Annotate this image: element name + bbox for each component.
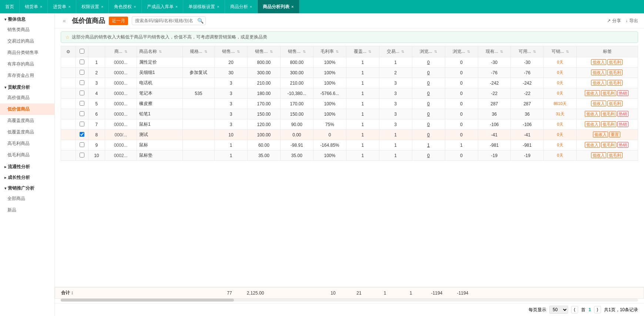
nav-analysis[interactable]: 商品分析 × (225, 0, 258, 13)
nav-home[interactable]: 首页 (0, 0, 20, 13)
export-button[interactable]: ↓ 导出 (625, 18, 638, 24)
th-check[interactable] (76, 46, 88, 57)
th-sale3[interactable]: 销售... ⇅ (280, 46, 313, 57)
th-sale2[interactable]: 销售... ⇅ (247, 46, 280, 57)
th-usable[interactable]: 可用... ⇅ (511, 46, 544, 57)
sidebar-group-overview[interactable]: ▾ 整体信息 (0, 13, 54, 24)
td-num: 1 (88, 57, 105, 68)
page-size-select[interactable]: 50 100 200 (549, 306, 568, 314)
td-view1[interactable]: 0 (412, 68, 445, 78)
sidebar-item-stock-products[interactable]: 有库存的商品 (0, 58, 54, 70)
next-page-btn[interactable]: ⟩ (594, 306, 601, 313)
sidebar-item-low-value[interactable]: 低价值商品 (0, 103, 54, 115)
sidebar-item-high-value[interactable]: 高价值商品 (0, 92, 54, 103)
nav-permission[interactable]: 权限设置 × (76, 0, 109, 13)
th-spec[interactable]: 规格... ⇅ (182, 46, 214, 57)
nav-analysis-list-close[interactable]: × (291, 4, 294, 9)
td-view1[interactable]: 0 (412, 109, 445, 119)
td-sale3: 170.00 (280, 99, 313, 109)
th-salable[interactable]: 可销... ⇅ (544, 46, 577, 57)
share-button[interactable]: ↗ 分享 (607, 18, 621, 24)
th-view2[interactable]: 浏览... ⇅ (445, 46, 478, 57)
row-checkbox[interactable] (80, 142, 84, 147)
nav-role-close[interactable]: × (134, 4, 136, 9)
td-view1[interactable]: 1 (412, 140, 445, 150)
th-gear[interactable]: ⚙ (61, 46, 76, 57)
td-view1[interactable]: 0 (412, 57, 445, 68)
row-checkbox[interactable] (80, 132, 84, 137)
td-spec (182, 99, 214, 109)
td-check[interactable] (76, 140, 88, 150)
sidebar-item-high-coverage[interactable]: 高覆盖度商品 (0, 115, 54, 126)
td-view1[interactable]: 0 (412, 88, 445, 99)
row-checkbox[interactable] (80, 70, 84, 75)
row-checkbox[interactable] (80, 91, 84, 95)
sidebar-group-flow[interactable]: ▸ 流通性分析 (0, 161, 54, 171)
th-trade[interactable]: 交易... ⇅ (379, 46, 412, 57)
nav-warehouse[interactable]: 产成品入库单 × (142, 0, 183, 13)
footer-tag (502, 290, 527, 296)
nav-permission-close[interactable]: × (101, 4, 103, 9)
th-current[interactable]: 现有... ⇅ (478, 46, 511, 57)
sidebar-group-marketing[interactable]: ▾ 营销推广分析 (0, 182, 54, 193)
h-scrollbar[interactable] (61, 299, 638, 302)
sidebar-item-stock-funds[interactable]: 库存资金占用 (0, 70, 54, 81)
th-name[interactable]: 商品名称 ⇅ (137, 46, 183, 57)
td-check[interactable] (76, 109, 88, 119)
nav-purchase[interactable]: 进货单 × (48, 0, 76, 13)
row-checkbox[interactable] (80, 101, 84, 106)
td-check[interactable] (76, 99, 88, 109)
sidebar-item-traded[interactable]: 交易过的商品 (0, 35, 54, 47)
td-check[interactable] (76, 119, 88, 130)
row-checkbox[interactable] (80, 153, 84, 157)
row-checkbox[interactable] (80, 122, 84, 126)
row-checkbox[interactable] (80, 111, 84, 116)
first-page-btn[interactable]: ⟨ (571, 306, 578, 313)
nav-sales-close[interactable]: × (40, 4, 42, 9)
sidebar-item-all-products[interactable]: 全部商品 (0, 193, 54, 204)
nav-purchase-close[interactable]: × (68, 4, 70, 9)
search-icon[interactable]: 🔍 (197, 18, 204, 24)
sidebar-item-low-margin[interactable]: 低毛利商品 (0, 149, 54, 161)
sidebar-group-growth[interactable]: ▸ 成长性分析 (0, 171, 54, 182)
td-view1[interactable]: 0 (412, 99, 445, 109)
td-check[interactable] (76, 78, 88, 88)
td-view1[interactable]: 0 (412, 78, 445, 88)
sidebar-item-high-margin[interactable]: 高毛利商品 (0, 138, 54, 149)
row-checkbox[interactable] (80, 60, 84, 64)
search-input[interactable] (132, 16, 206, 25)
nav-template[interactable]: 单据模板设置 × (183, 0, 225, 13)
nav-analysis-close[interactable]: × (250, 4, 252, 9)
td-check[interactable] (76, 57, 88, 68)
td-check[interactable] (76, 130, 88, 140)
th-sale1[interactable]: 销售... ⇅ (215, 46, 248, 57)
td-view1[interactable]: 0 (412, 130, 445, 140)
sidebar-collapse-btn[interactable]: « (61, 18, 68, 24)
td-check[interactable] (76, 150, 88, 161)
td-check[interactable] (76, 68, 88, 78)
td-view1[interactable]: 0 (412, 119, 445, 130)
th-code[interactable]: 商... ⇅ (105, 46, 137, 57)
nav-sales[interactable]: 销货单 × (20, 0, 48, 13)
sidebar-item-category-rate[interactable]: 商品分类销售率 (0, 47, 54, 58)
select-all-checkbox[interactable] (80, 49, 84, 54)
sidebar-item-sales-products[interactable]: 销售类商品 (0, 24, 54, 35)
nav-template-close[interactable]: × (217, 4, 219, 9)
filter-recent-month[interactable]: 近一月 (109, 17, 128, 25)
row-checkbox[interactable] (80, 80, 84, 85)
sidebar-item-low-coverage[interactable]: 低覆盖度商品 (0, 126, 54, 138)
nav-analysis-list[interactable]: 商品分析列表 × (258, 0, 299, 13)
arrow-icon4: ▸ (4, 176, 6, 180)
sidebar-group-contribution[interactable]: ▾ 贡献度分析 (0, 81, 54, 92)
sidebar-item-new-products[interactable]: 新品 (0, 204, 54, 216)
th-view1[interactable]: 浏览... ⇅ (412, 46, 445, 57)
td-tag: 低收入重置 (577, 130, 638, 140)
td-num: 5 (88, 99, 105, 109)
th-cover[interactable]: 覆盖... ⇅ (346, 46, 379, 57)
scrollbar-thumb[interactable] (61, 299, 234, 302)
td-check[interactable] (76, 88, 88, 99)
nav-role[interactable]: 角色授权 × (109, 0, 141, 13)
td-view1[interactable]: 0 (412, 150, 445, 161)
nav-warehouse-close[interactable]: × (175, 4, 178, 9)
th-margin[interactable]: 毛利率 ⇅ (313, 46, 346, 57)
